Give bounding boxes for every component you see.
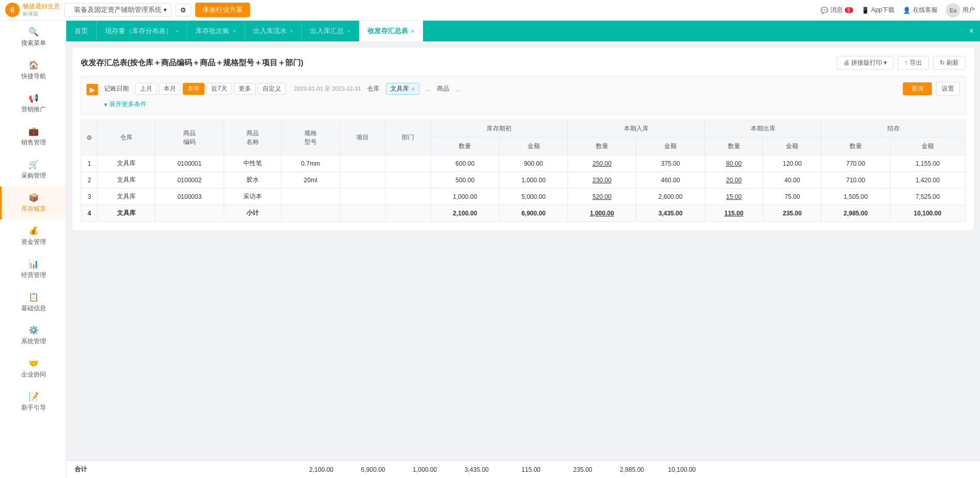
cell-out-qty[interactable]: 115.00 (705, 205, 763, 222)
filter-toggle-button[interactable]: ▶ (86, 84, 98, 95)
cell-out-qty[interactable]: 20.00 (705, 172, 763, 189)
sidebar-item-enterprise[interactable]: 🤝 企业协同 (0, 352, 66, 385)
th-project: 项目 (340, 120, 385, 155)
cell-out-qty[interactable]: 15.00 (705, 189, 763, 205)
online-service-action[interactable]: 👤 在线客服 (903, 6, 938, 15)
tab-inventory-dist[interactable]: 现存量（库存分布表） × (97, 21, 187, 41)
warehouse-tag-close[interactable]: × (411, 85, 415, 93)
total-open-qty: 2,100.00 (292, 466, 333, 473)
date-btn-this-month[interactable]: 本月 (159, 83, 181, 95)
page-title: 收发存汇总表(按仓库＋商品编码＋商品＋规格型号＋项目＋部门) (81, 58, 303, 68)
cell-spec (282, 189, 340, 205)
tab-home[interactable]: 首页 (66, 21, 97, 41)
gear-button[interactable]: ⚙ (175, 4, 191, 17)
logo-title: 畅捷通好生意 (23, 3, 60, 10)
tab-bar: 首页 现存量（库存分布表） × 库存批次账 × 出入库流水 × 出入库汇总 × … (66, 21, 980, 41)
sidebar-item-operation[interactable]: 📊 经营管理 (0, 253, 66, 286)
goods-more-placeholder[interactable]: ... (456, 85, 461, 93)
page-content: 收发存汇总表(按仓库＋商品编码＋商品＋规格型号＋项目＋部门) 🖨 拼接版打印 ▾… (66, 41, 980, 460)
cell-open-amt: 5,000.00 (499, 189, 567, 205)
date-btn-7days[interactable]: 近7天 (207, 83, 232, 95)
cell-out-qty[interactable]: 80.00 (705, 155, 763, 172)
th-settings[interactable]: ⚙ (81, 120, 98, 155)
finance-icon: 💰 (28, 226, 39, 236)
export-button[interactable]: ↑ 导出 (898, 56, 928, 70)
tab-recv-send-summary-label: 收发存汇总表 (368, 26, 408, 36)
th-goods-name: 商品名称 (224, 120, 281, 155)
tab-batch-ledger[interactable]: 库存批次账 × (187, 21, 244, 41)
cell-bal-amt: 7,525.00 (890, 189, 965, 205)
cell-spec: 0.7mm (282, 155, 340, 172)
cell-in-qty[interactable]: 250.00 (568, 155, 636, 172)
warehouse-more-placeholder[interactable]: ... (426, 85, 431, 93)
sidebar-item-marketing[interactable]: 📢 营销推广 (0, 87, 66, 120)
date-btn-more[interactable]: 更多 (234, 83, 256, 95)
filter-row-date: 记账日期 上月 本月 本年 近7天 更多 自定义 2023-01-01 至 20… (104, 82, 960, 96)
message-icon: 💬 (821, 7, 828, 14)
logo-text-area: 畅捷通好生意 标准版 (23, 3, 60, 17)
th-group-opening: 库存期初 (431, 120, 568, 138)
sidebar-item-newbie[interactable]: 📝 新手引导 (0, 385, 66, 418)
cell-in-qty[interactable]: 520.00 (568, 189, 636, 205)
sidebar-item-finance[interactable]: 💰 资金管理 (0, 220, 66, 253)
query-button[interactable]: 查询 (903, 82, 932, 95)
sales-icon: 💼 (28, 126, 39, 136)
sidebar-item-sales[interactable]: 💼 销售管理 (0, 120, 66, 153)
content-area: 首页 现存量（库存分布表） × 库存批次账 × 出入库流水 × 出入库汇总 × … (66, 21, 980, 478)
user-action[interactable]: Ea 用户 (946, 3, 975, 18)
cell-in-qty[interactable]: 230.00 (568, 172, 636, 189)
sidebar-label-enterprise: 企业协同 (21, 370, 46, 379)
sidebar-item-quick-nav[interactable]: 🏠 快捷导航 (0, 54, 66, 87)
sidebar-label-inventory: 库存核算 (21, 205, 46, 213)
date-btn-custom[interactable]: 自定义 (258, 83, 286, 95)
sidebar-item-basic[interactable]: 📋 基础信息 (0, 286, 66, 319)
th-group-balance: 结存 (822, 120, 966, 138)
system-selector[interactable]: 装备及固定资产辅助管理系统 ▾ (64, 3, 171, 17)
th-goods-spec: 规格型号 (282, 120, 340, 155)
tab-inout-summary-close[interactable]: × (347, 28, 350, 34)
th-in-amt: 金额 (636, 138, 705, 155)
cell-spec: 20ml (282, 172, 340, 189)
sidebar-item-system[interactable]: ⚙️ 系统管理 (0, 319, 66, 352)
tab-inout-flow-close[interactable]: × (290, 28, 293, 34)
date-btn-last-month[interactable]: 上月 (135, 83, 157, 95)
tab-inout-flow[interactable]: 出入库流水 × (245, 21, 302, 41)
tab-recv-send-summary[interactable]: 收发存汇总表 × (359, 21, 423, 41)
app-download-action[interactable]: 📱 App下载 (861, 6, 895, 15)
cell-bal-qty: 770.00 (822, 155, 890, 172)
table-container: ⚙ 仓库 商品编码 商品名称 规格型号 项目 部门 库存期初 本期入库 本期出库 (81, 120, 966, 222)
sidebar-item-purchase[interactable]: 🛒 采购管理 (0, 153, 66, 186)
trial-button[interactable]: 体验行业方案 (195, 3, 250, 17)
cell-index: 2 (81, 172, 98, 189)
tab-inventory-dist-close[interactable]: × (175, 28, 179, 34)
refresh-button[interactable]: ↻ 刷新 (933, 56, 966, 70)
tab-inout-summary[interactable]: 出入库汇总 × (302, 21, 359, 41)
date-buttons: 上月 本月 本年 近7天 更多 自定义 (135, 83, 286, 95)
tab-batch-ledger-close[interactable]: × (232, 28, 236, 34)
print-button[interactable]: 🖨 拼接版打印 ▾ (837, 56, 894, 70)
tab-bar-close-all[interactable]: × (963, 26, 980, 36)
sidebar: 🔍 搜索菜单 🏠 快捷导航 📢 营销推广 💼 销售管理 🛒 采购管理 📦 库存核… (0, 21, 66, 478)
total-out-qty: 115.00 (499, 466, 540, 473)
goods-filter-label: 商品 (437, 84, 449, 93)
page-card: 收发存汇总表(按仓库＋商品编码＋商品＋规格型号＋项目＋部门) 🖨 拼接版打印 ▾… (72, 48, 974, 230)
total-open-amt: 6,900.00 (344, 466, 385, 473)
message-action[interactable]: 💬 消息 6 (821, 6, 853, 15)
message-label: 消息 (830, 6, 843, 15)
tab-recv-send-summary-close[interactable]: × (411, 28, 414, 34)
settings-button[interactable]: 设置 (936, 82, 960, 96)
marketing-icon: 📢 (28, 93, 39, 103)
sidebar-item-inventory[interactable]: 📦 库存核算 (0, 186, 66, 220)
total-bal-amt: 10,100.00 (654, 466, 696, 473)
cell-in-qty[interactable]: 1,000.00 (568, 205, 636, 222)
cell-name: 中性笔 (224, 155, 281, 172)
th-open-amt: 金额 (499, 138, 567, 155)
user-label: 用户 (962, 6, 975, 15)
sidebar-label-newbie: 新手引导 (21, 403, 46, 412)
cell-in-amt: 3,435.00 (636, 205, 705, 222)
cell-index: 3 (81, 189, 98, 205)
expand-conditions-button[interactable]: ▾ 展开更多条件 (104, 100, 960, 109)
sidebar-label-sales: 销售管理 (21, 138, 46, 147)
sidebar-item-search-menu[interactable]: 🔍 搜索菜单 (0, 21, 66, 54)
date-btn-this-year[interactable]: 本年 (183, 83, 204, 95)
